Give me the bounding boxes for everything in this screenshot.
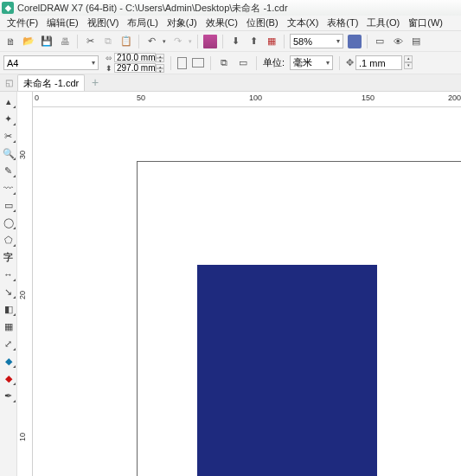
menu-window[interactable]: 窗口(W) [405, 16, 446, 30]
pick-tool-icon[interactable]: ▴ [3, 95, 15, 107]
menu-bar: 文件(F) 编辑(E) 视图(V) 布局(L) 对象(J) 效果(C) 位图(B… [0, 16, 461, 31]
polygon-tool-icon[interactable]: ⬠ [3, 234, 15, 246]
canvas-zone: 0 50 100 150 200 [33, 92, 461, 476]
portrait-icon[interactable] [177, 57, 187, 69]
interactive-fill-icon[interactable]: ◆ [3, 355, 15, 367]
print-icon[interactable]: 🖶 [58, 35, 72, 48]
app-logo-icon: ◆ [2, 2, 14, 14]
menu-file[interactable]: 文件(F) [3, 16, 42, 30]
unit-label: 单位: [263, 56, 285, 69]
document-tab[interactable]: 未命名 -1.cdr [17, 74, 85, 91]
ellipse-tool-icon[interactable]: ◯ [3, 216, 15, 228]
menu-view[interactable]: 视图(V) [84, 16, 123, 30]
cut-icon[interactable]: ✂ [83, 35, 97, 48]
import-icon[interactable]: ⬇ [228, 35, 242, 48]
zoom-tool-icon[interactable]: 🔍 [3, 147, 15, 159]
page-dimensions: ⬄ ▴▾ ⬍ ▴▾ [104, 53, 164, 74]
document-tab-bar: ◱ 未命名 -1.cdr + [0, 74, 461, 92]
separator [222, 35, 223, 48]
width-spinner[interactable]: ▴▾ [156, 54, 164, 62]
units-value: 毫米 [293, 56, 312, 69]
nudge-value: .1 mm [359, 58, 386, 68]
menu-object[interactable]: 对象(J) [163, 16, 201, 30]
new-icon[interactable]: 🗎 [3, 35, 17, 48]
canvas[interactable] [33, 107, 461, 476]
crop-tool-icon[interactable]: ✂ [3, 130, 15, 142]
shape-tool-icon[interactable]: ✦ [3, 113, 15, 125]
ruler-v-tick: 20 [18, 291, 27, 299]
all-pages-icon[interactable]: ⧉ [217, 56, 231, 70]
menu-bitmap[interactable]: 位图(B) [243, 16, 282, 30]
page-width-input[interactable] [114, 53, 156, 62]
work-area: ▴ ✦ ✂ 🔍 ✎ 〰 ▭ ◯ ⬠ 字 ↔ ↘ ◧ ▦ ⤢ ◆ ◆ ✒ 30 2… [0, 92, 461, 476]
current-page-icon[interactable]: ▭ [236, 56, 250, 70]
rectangle-tool-icon[interactable]: ▭ [3, 199, 15, 211]
publish-pdf-icon[interactable]: ▦ [265, 35, 279, 48]
ruler-horizontal[interactable]: 0 50 100 150 200 [33, 92, 461, 107]
nudge-spinner[interactable]: ▴▾ [404, 55, 413, 70]
parallel-dim-icon[interactable]: ↔ [3, 268, 15, 280]
undo-dropdown-icon[interactable]: ▾ [163, 38, 166, 45]
drop-shadow-icon[interactable]: ◧ [3, 303, 15, 315]
height-spinner[interactable]: ▴▾ [156, 64, 164, 73]
nudge-input[interactable]: .1 mm [355, 55, 402, 70]
separator [77, 35, 78, 48]
snap-icon[interactable] [348, 35, 362, 48]
menu-tools[interactable]: 工具(O) [363, 16, 403, 30]
units-combo[interactable]: 毫米 ▾ [290, 55, 333, 70]
menu-layout[interactable]: 布局(L) [124, 16, 161, 30]
menu-effects[interactable]: 效果(C) [202, 16, 241, 30]
landscape-icon[interactable] [192, 58, 204, 68]
separator [197, 35, 198, 48]
document-tab-label: 未命名 -1.cdr [23, 77, 79, 90]
export-icon[interactable]: ⬆ [247, 35, 260, 48]
restore-window-icon[interactable]: ◱ [2, 76, 16, 90]
ruler-h-tick: 50 [137, 93, 145, 102]
ruler-v-tick: 10 [18, 433, 27, 441]
drawn-rectangle[interactable] [197, 265, 377, 476]
paste-icon[interactable]: 📋 [119, 35, 133, 48]
redo-dropdown-icon[interactable]: ▾ [189, 38, 192, 45]
separator [170, 56, 171, 70]
ruler-vertical[interactable]: 30 20 10 [17, 92, 33, 476]
options-icon[interactable]: ▤ [409, 35, 423, 48]
freehand-tool-icon[interactable]: ✎ [3, 164, 15, 177]
separator [256, 56, 257, 70]
new-tab-icon[interactable]: + [88, 76, 102, 90]
separator [367, 35, 368, 48]
connector-icon[interactable]: ↘ [3, 286, 15, 298]
outline-pen-icon[interactable]: ✒ [3, 389, 15, 402]
nudge-icon: ✥ [346, 57, 354, 68]
separator [284, 35, 285, 48]
window-title: CorelDRAW X7 (64-Bit) - C:\Users\Admin\D… [17, 2, 288, 15]
copy-icon[interactable]: ⧉ [101, 35, 115, 48]
smart-fill-icon[interactable]: ◆ [3, 372, 15, 384]
undo-icon[interactable]: ↶ [144, 35, 158, 48]
open-icon[interactable]: 📂 [22, 35, 35, 48]
text-tool-icon[interactable]: 字 [3, 251, 15, 263]
eyedropper-icon[interactable]: ⤢ [3, 338, 15, 350]
redo-icon[interactable]: ↷ [170, 35, 184, 48]
separator [210, 56, 211, 70]
paper-size-value: A4 [7, 58, 18, 68]
chevron-down-icon: ▾ [92, 59, 95, 67]
artistic-media-icon[interactable]: 〰 [3, 182, 15, 194]
page-height-input[interactable] [114, 63, 156, 73]
show-rulers-icon[interactable]: 👁 [391, 35, 405, 48]
width-icon: ⬄ [104, 54, 114, 62]
toolbar-standard: 🗎 📂 💾 🖶 ✂ ⧉ 📋 ↶ ▾ ↷ ▾ ⬇ ⬆ ▦ 58% ▾ ▭ 👁 ▤ [0, 31, 461, 52]
ruler-h-tick: 0 [35, 93, 39, 102]
menu-edit[interactable]: 编辑(E) [43, 16, 82, 30]
title-bar: ◆ CorelDRAW X7 (64-Bit) - C:\Users\Admin… [0, 0, 461, 16]
search-content-icon[interactable] [203, 35, 217, 48]
chevron-down-icon: ▾ [336, 37, 340, 45]
transparency-icon[interactable]: ▦ [3, 320, 15, 332]
save-icon[interactable]: 💾 [40, 35, 54, 48]
paper-size-combo[interactable]: A4 ▾ [3, 55, 99, 70]
menu-text[interactable]: 文本(X) [284, 16, 323, 30]
menu-table[interactable]: 表格(T) [323, 16, 362, 30]
height-icon: ⬍ [104, 64, 114, 73]
ruler-v-tick: 30 [18, 151, 27, 159]
fullscreen-icon[interactable]: ▭ [373, 35, 387, 48]
zoom-combo[interactable]: 58% ▾ [290, 34, 343, 48]
